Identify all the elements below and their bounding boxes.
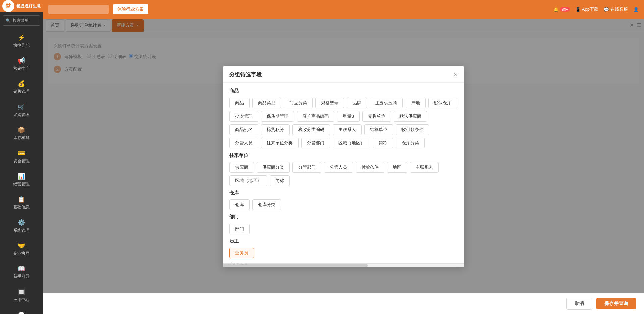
sidebar-item-10[interactable]: 🤝企业协同	[1, 238, 42, 260]
field-tag-0-0[interactable]: 商品	[229, 98, 250, 108]
experience-btn[interactable]: 体验行业方案	[113, 4, 148, 14]
field-tag-1-6[interactable]: 主联系人	[410, 162, 439, 173]
sidebar-label-7: 经营管理	[13, 181, 30, 187]
modal-header: 分组待选字段 ×	[223, 66, 464, 83]
field-tag-0-12[interactable]: 零售单位	[362, 111, 391, 122]
sidebar-icon-11: 📖	[18, 265, 25, 272]
field-tag-0-4[interactable]: 品牌	[347, 98, 367, 108]
sidebar-item-3[interactable]: 💰销售管理	[1, 76, 42, 99]
field-tag-1-4[interactable]: 付款条件	[356, 162, 384, 173]
field-tag-0-8[interactable]: 批次管理	[229, 111, 258, 122]
sidebar-label-12: 应用中心	[13, 297, 30, 303]
search-icon: 🔍	[6, 18, 11, 23]
field-tag-0-15[interactable]: 拣货积分	[261, 124, 290, 135]
sidebar-label-1: 快捷导航	[13, 43, 30, 48]
section-fields-3: 部门	[229, 224, 458, 234]
field-tag-0-16[interactable]: 税收分类编码	[292, 124, 330, 135]
modal-body[interactable]: 商品商品商品类型商品分类规格型号品牌主要供应商产地默认仓库批次管理保质期管理客户…	[223, 83, 464, 263]
notification-badge: 99+	[560, 7, 570, 12]
field-tag-0-13[interactable]: 默认供应商	[394, 111, 427, 122]
field-tag-0-20[interactable]: 分管人员	[229, 138, 258, 148]
field-tag-0-6[interactable]: 产地	[406, 98, 426, 108]
cancel-button[interactable]: 取消	[566, 298, 592, 310]
field-tag-1-3[interactable]: 分管人员	[324, 162, 353, 173]
section-title-0: 商品	[229, 88, 458, 94]
sidebar-item-13[interactable]: 💬企业微信	[1, 307, 42, 314]
sidebar-icon-7: 📊	[18, 173, 25, 180]
sidebar-item-7[interactable]: 📊经营管理	[1, 169, 42, 191]
field-tag-0-23[interactable]: 区域（地区）	[333, 138, 370, 148]
field-tag-0-19[interactable]: 收付款条件	[396, 124, 429, 135]
sidebar-item-11[interactable]: 📖新手引导	[1, 261, 42, 284]
sidebar-icon-3: 💰	[18, 80, 25, 87]
modal-scrollbar-thumb	[223, 264, 368, 267]
sidebar-icon-13: 💬	[18, 311, 25, 314]
sidebar-icon-8: 📋	[18, 196, 25, 203]
section-title-4: 员工	[229, 238, 458, 244]
sidebar-search-container: 🔍 搜索菜单	[0, 12, 43, 29]
field-tag-0-2[interactable]: 商品分类	[284, 98, 313, 108]
field-tag-4-0[interactable]: 业务员	[229, 248, 254, 258]
field-tag-0-7[interactable]: 默认仓库	[428, 98, 457, 108]
topbar-search-input[interactable]	[48, 5, 109, 14]
app-logo: 益 畅捷通好生意	[0, 0, 43, 12]
bell-icon: 🔔	[553, 7, 559, 12]
field-tag-0-18[interactable]: 结算单位	[364, 124, 393, 135]
field-tag-2-1[interactable]: 仓库分类	[252, 199, 281, 210]
sidebar-item-9[interactable]: ⚙️系统管理	[1, 215, 42, 237]
field-tag-2-0[interactable]: 仓库	[229, 199, 250, 210]
online-service-item[interactable]: 💬 在线客服	[604, 6, 628, 12]
sidebar-icon-10: 🤝	[18, 242, 25, 249]
section-title-3: 部门	[229, 214, 458, 220]
sidebar-item-12[interactable]: 🔲应用中心	[1, 284, 42, 307]
field-tag-0-3[interactable]: 规格型号	[315, 98, 344, 108]
field-tag-1-7[interactable]: 区域（地区）	[229, 175, 267, 186]
field-tag-1-8[interactable]: 简称	[270, 175, 290, 186]
save-button[interactable]: 保存并查询	[596, 298, 636, 309]
sidebar: 益 畅捷通好生意 🔍 搜索菜单 ⚡快捷导航📢营销推广💰销售管理🛒采购管理📦库存核…	[0, 0, 43, 314]
sidebar-icon-4: 🛒	[18, 103, 25, 111]
field-tag-0-9[interactable]: 保质期管理	[261, 111, 294, 122]
field-tag-0-24[interactable]: 简称	[373, 138, 393, 148]
field-tag-0-14[interactable]: 商品别名	[229, 124, 258, 135]
field-tag-0-21[interactable]: 往来单位分类	[261, 138, 299, 148]
page-footer: 取消 保存并查询	[43, 293, 644, 314]
field-tag-0-10[interactable]: 客户商品编码	[297, 111, 334, 122]
sidebar-item-2[interactable]: 📢营销推广	[1, 53, 42, 75]
field-tag-3-0[interactable]: 部门	[229, 224, 250, 234]
sidebar-icon-5: 📦	[18, 126, 25, 134]
sidebar-item-6[interactable]: 💳资金管理	[1, 145, 42, 168]
field-tag-0-25[interactable]: 仓库分类	[396, 138, 425, 148]
field-tag-0-17[interactable]: 主联系人	[333, 124, 362, 135]
field-tag-1-0[interactable]: 供应商	[229, 162, 254, 173]
field-select-modal: 分组待选字段 × 商品商品商品类型商品分类规格型号品牌主要供应商产地默认仓库批次…	[223, 66, 464, 267]
modal-close-button[interactable]: ×	[454, 71, 458, 78]
notification-item[interactable]: 🔔 99+	[553, 7, 570, 12]
user-avatar[interactable]: 👤	[633, 7, 639, 12]
topbar: 体验行业方案 🔔 99+ 📱 App下载 💬 在线客服 👤	[43, 0, 644, 19]
field-tag-0-5[interactable]: 主要供应商	[370, 98, 403, 108]
sidebar-nav: ⚡快捷导航📢营销推广💰销售管理🛒采购管理📦库存核算💳资金管理📊经营管理📋基础信息…	[0, 29, 43, 314]
field-tag-0-1[interactable]: 商品类型	[252, 98, 281, 108]
sidebar-item-4[interactable]: 🛒采购管理	[1, 99, 42, 122]
section-fields-4: 业务员	[229, 248, 458, 258]
field-tag-1-5[interactable]: 地区	[387, 162, 407, 173]
sidebar-icon-2: 📢	[18, 57, 25, 64]
modal-horizontal-scrollbar[interactable]	[223, 263, 464, 267]
app-download-item[interactable]: 📱 App下载	[575, 6, 598, 12]
sidebar-label-8: 基础信息	[13, 204, 30, 210]
sidebar-label-10: 企业协同	[13, 251, 30, 256]
sidebar-label-4: 采购管理	[13, 112, 30, 118]
field-tag-1-2[interactable]: 分管部门	[292, 162, 321, 173]
sidebar-item-8[interactable]: 📋基础信息	[1, 192, 42, 214]
sidebar-item-1[interactable]: ⚡快捷导航	[1, 30, 42, 52]
section-fields-1: 供应商供应商分类分管部门分管人员付款条件地区主联系人区域（地区）简称	[229, 162, 458, 186]
sidebar-label-6: 资金管理	[13, 158, 30, 164]
field-tag-0-22[interactable]: 分管部门	[301, 138, 330, 148]
sidebar-label-5: 库存核算	[13, 135, 30, 141]
sidebar-search-button[interactable]: 🔍 搜索菜单	[3, 15, 40, 26]
sidebar-item-5[interactable]: 📦库存核算	[1, 122, 42, 145]
sidebar-label-3: 销售管理	[13, 89, 30, 95]
field-tag-0-11[interactable]: 重量3	[337, 111, 360, 122]
field-tag-1-1[interactable]: 供应商分类	[257, 162, 290, 173]
